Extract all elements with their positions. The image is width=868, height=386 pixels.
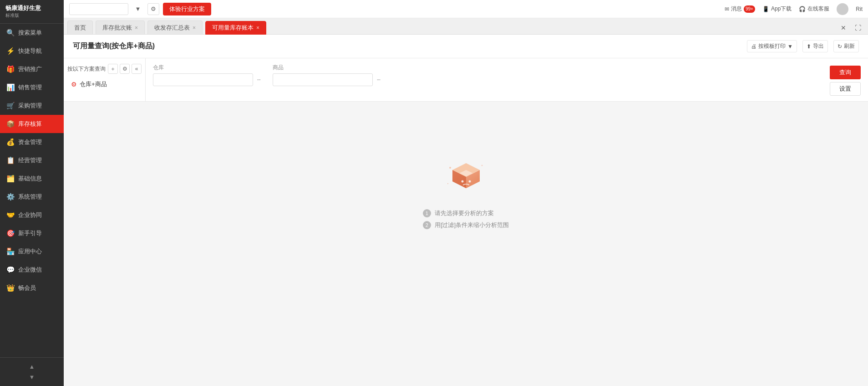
enterprise-icon: 🤝 (6, 211, 15, 219)
marketing-icon: 🎁 (6, 65, 15, 73)
sidebar-item-shortcut[interactable]: ⚡ 快捷导航 (0, 42, 64, 60)
svg-point-6 (449, 167, 451, 169)
system-icon: ⚙️ (6, 193, 15, 201)
operation-icon: 📋 (6, 156, 15, 165)
add-scheme-btn[interactable]: ＋ (108, 64, 118, 74)
sidebar-item-label: 畅会员 (18, 284, 36, 292)
export-label: 导出 (813, 42, 824, 50)
sidebar-item-label: 营销推广 (18, 65, 42, 73)
sidebar-item-operation[interactable]: 📋 经营管理 (0, 151, 64, 170)
sidebar-header: 畅康通好生意 标准版 (0, 0, 64, 24)
industry-button[interactable]: 体验行业方案 (163, 3, 211, 15)
app-download-button[interactable]: 📱 App下载 (762, 5, 792, 13)
print-icon: 🖨 (751, 43, 756, 50)
messages-button[interactable]: ✉ 消息 99+ (725, 5, 755, 13)
export-button[interactable]: ⬆ 导出 (802, 40, 828, 52)
product-input[interactable] (273, 73, 373, 86)
refresh-label: 刷新 (844, 42, 855, 50)
settings-icon[interactable]: ⚙ (147, 3, 159, 15)
scroll-up-btn[interactable]: ▲ (0, 361, 64, 372)
sidebar-item-label: 企业微信 (18, 266, 42, 274)
filter-main: 仓库 ··· 商品 ··· 查询 设置 (146, 58, 868, 101)
sidebar: 畅康通好生意 标准版 🔍 搜索菜单 ⚡ 快捷导航 🎁 营销推广 📊 销售管理 🛒… (0, 0, 64, 386)
sidebar-item-enterprise[interactable]: 🤝 企业协同 (0, 206, 64, 224)
dropdown-icon[interactable]: ▼ (132, 3, 144, 15)
main-area: ▼ ⚙ 体验行业方案 ✉ 消息 99+ 📱 App下载 🎧 在线客服 Rit 首… (64, 0, 868, 386)
sidebar-item-finance[interactable]: 💰 资金管理 (0, 133, 64, 151)
query-button[interactable]: 查询 (830, 66, 861, 79)
svg-point-5 (468, 180, 471, 183)
appcenter-icon: 🏪 (6, 247, 15, 256)
sidebar-item-label: 新手引导 (18, 229, 42, 237)
tab-receive-summary-close[interactable]: × (193, 25, 196, 31)
product-more-btn[interactable]: ··· (375, 76, 381, 84)
shortcut-icon: ⚡ (6, 47, 15, 55)
sidebar-item-label: 资金管理 (18, 138, 42, 146)
tab-close-all-btn[interactable]: ✕ (837, 21, 850, 34)
product-field: 商品 ··· (273, 64, 381, 86)
online-service-button[interactable]: 🎧 在线客服 (799, 5, 829, 13)
avatar[interactable] (837, 3, 848, 15)
sidebar-item-label: 采购管理 (18, 102, 42, 110)
product-label: 商品 (273, 64, 381, 72)
warehouse-input[interactable] (153, 73, 253, 86)
sidebar-item-search[interactable]: 🔍 搜索菜单 (0, 24, 64, 42)
print-button[interactable]: 🖨 按模板打印 ▼ (747, 40, 797, 52)
tab-batch-ledger-label: 库存批次账 (102, 24, 132, 32)
sidebar-item-basic[interactable]: 🗂️ 基础信息 (0, 170, 64, 188)
tab-home[interactable]: 首页 (67, 21, 93, 34)
tip-num-1: 1 (423, 209, 431, 217)
search-input[interactable] (69, 3, 128, 15)
sidebar-item-label: 销售管理 (18, 83, 42, 92)
filter-sidebar-icons: ＋ ⚙ « (108, 64, 142, 74)
message-icon: ✉ (725, 6, 729, 12)
topbar-right: ✉ 消息 99+ 📱 App下载 🎧 在线客服 Rit (725, 3, 863, 15)
sidebar-item-purchase[interactable]: 🛒 采购管理 (0, 97, 64, 115)
refresh-button[interactable]: ↻ 刷新 (833, 40, 859, 52)
collapse-btn[interactable]: « (132, 64, 142, 74)
sidebar-item-label: 搜索菜单 (18, 29, 42, 37)
sidebar-nav: 🔍 搜索菜单 ⚡ 快捷导航 🎁 营销推广 📊 销售管理 🛒 采购管理 📦 库存核… (0, 24, 64, 357)
tab-batch-ledger[interactable]: 库存批次账 × (96, 21, 145, 34)
scheme-icon: ⚙ (71, 81, 77, 88)
tab-available-ledger-close[interactable]: × (256, 25, 259, 31)
sidebar-item-marketing[interactable]: 🎁 营销推广 (0, 60, 64, 78)
warehouse-more-btn[interactable]: ··· (255, 76, 262, 84)
sidebar-item-member[interactable]: 👑 畅会员 (0, 279, 64, 297)
filter-sidebar-header: 按以下方案查询 ＋ ⚙ « (67, 64, 142, 74)
sidebar-item-label: 系统管理 (18, 193, 42, 201)
sidebar-item-label: 应用中心 (18, 247, 42, 256)
sidebar-item-label: 企业协同 (18, 211, 42, 219)
sidebar-item-label: 快捷导航 (18, 47, 42, 55)
tip-text-2: 用[过滤]条件来缩小分析范围 (435, 221, 509, 229)
sidebar-item-guide[interactable]: 🎯 新手引导 (0, 224, 64, 242)
sidebar-item-wechat[interactable]: 💬 企业微信 (0, 261, 64, 279)
sidebar-item-appcenter[interactable]: 🏪 应用中心 (0, 242, 64, 261)
empty-state: 1 请先选择要分析的方案 2 用[过滤]条件来缩小分析范围 (64, 102, 868, 284)
topbar: ▼ ⚙ 体验行业方案 ✉ 消息 99+ 📱 App下载 🎧 在线客服 Rit (64, 0, 868, 18)
sidebar-item-sales[interactable]: 📊 销售管理 (0, 78, 64, 97)
tab-receive-summary[interactable]: 收发存汇总表 × (147, 21, 203, 34)
print-label: 按模板打印 (758, 42, 786, 50)
app-name: 畅康通好生意 (5, 5, 58, 12)
username: Rit (856, 6, 863, 12)
scheme-warehouse-product[interactable]: ⚙ 仓库+商品 (67, 77, 142, 91)
app-download-label: App下载 (771, 5, 792, 13)
tab-expand-btn[interactable]: ⛶ (852, 21, 864, 34)
sales-icon: 📊 (6, 83, 15, 92)
app-sub: 标准版 (5, 12, 58, 19)
app-download-icon: 📱 (762, 6, 769, 12)
tab-available-ledger-label: 可用量库存账本 (212, 24, 254, 32)
tab-available-ledger[interactable]: 可用量库存账本 × (205, 21, 266, 35)
svg-point-8 (447, 183, 448, 184)
guide-icon: 🎯 (6, 229, 15, 237)
wechat-icon: 💬 (6, 266, 15, 274)
settings-button[interactable]: 设置 (830, 82, 861, 96)
scroll-down-btn[interactable]: ▼ (0, 372, 64, 382)
page-header-actions: 🖨 按模板打印 ▼ ⬆ 导出 ↻ 刷新 (747, 40, 859, 52)
sidebar-item-system[interactable]: ⚙️ 系统管理 (0, 188, 64, 206)
sidebar-item-inventory[interactable]: 📦 库存核算 (0, 115, 64, 133)
manage-scheme-btn[interactable]: ⚙ (120, 64, 130, 74)
product-input-row: ··· (273, 73, 381, 86)
tab-batch-ledger-close[interactable]: × (135, 25, 138, 31)
